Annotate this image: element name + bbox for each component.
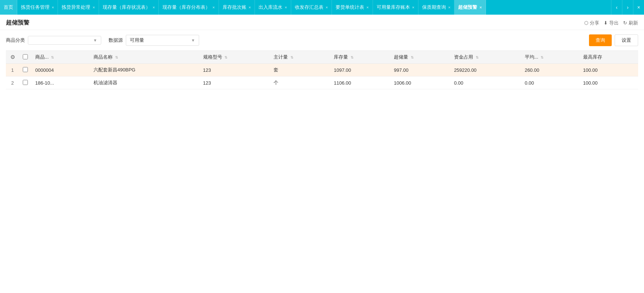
table-header-row: ⚙ 商品... ⇅ 商品名称 ⇅ 规格型号 ⇅ bbox=[6, 51, 638, 64]
nav-close-inventory-batch[interactable]: × bbox=[249, 5, 251, 10]
nav-close-overstock-warning[interactable]: × bbox=[479, 5, 482, 10]
data-table: ⚙ 商品... ⇅ 商品名称 ⇅ 规格型号 ⇅ bbox=[6, 51, 638, 89]
nav-close-inventory-status[interactable]: × bbox=[153, 5, 155, 10]
category-select[interactable]: ▼ bbox=[28, 36, 101, 45]
row-overstock-2: 1006.00 bbox=[390, 77, 450, 89]
row-select-1[interactable] bbox=[23, 67, 28, 72]
table-row[interactable]: 2 186-10... 机油滤清器 123 个 1106.00 1006.00 … bbox=[6, 77, 638, 89]
nav-close-order-stats[interactable]: × bbox=[366, 5, 369, 10]
row-capital-1: 259220.00 bbox=[450, 64, 521, 77]
table-body: 1 0000004 六配套新昌490BPG 123 套 1097.00 997.… bbox=[6, 64, 638, 89]
category-label: 商品分类 bbox=[6, 37, 25, 44]
col-header-code[interactable]: 商品... ⇅ bbox=[32, 51, 90, 64]
nav-inventory-status[interactable]: 现存量（库存状况表） × bbox=[99, 0, 159, 15]
row-select-2[interactable] bbox=[23, 80, 28, 85]
select-all-checkbox[interactable] bbox=[23, 54, 28, 59]
col-header-capital[interactable]: 资金占用 ⇅ bbox=[450, 51, 521, 64]
row-name-2: 机油滤清器 bbox=[90, 77, 200, 89]
refresh-button[interactable]: ↻ 刷新 bbox=[623, 20, 638, 26]
nav-inout-flow[interactable]: 出入库流水 × bbox=[255, 0, 291, 15]
nav-close-inventory-distribution[interactable]: × bbox=[212, 5, 215, 10]
row-num-1: 1 bbox=[6, 64, 19, 77]
col-header-maxstock[interactable]: 最高库存 bbox=[579, 51, 638, 64]
row-spec-1: 123 bbox=[200, 64, 270, 77]
col-header-checkbox bbox=[19, 51, 32, 64]
row-code-1: 0000004 bbox=[32, 64, 90, 77]
col-header-name[interactable]: 商品名称 ⇅ bbox=[90, 51, 200, 64]
nav-receipt-summary[interactable]: 收发存汇总表 × bbox=[291, 0, 332, 15]
sort-overstock-icon: ⇅ bbox=[411, 55, 414, 59]
share-button[interactable]: ⬡ 分享 bbox=[584, 20, 599, 26]
row-stock-1: 1097.00 bbox=[330, 64, 390, 77]
col-header-unit[interactable]: 主计量 ⇅ bbox=[270, 51, 330, 64]
nav-exception-handling[interactable]: 拣货异常处理 × bbox=[58, 0, 99, 15]
datasource-chevron-icon: ▼ bbox=[191, 38, 195, 42]
col-header-stock[interactable]: 库存量 ⇅ bbox=[330, 51, 390, 64]
category-chevron-icon: ▼ bbox=[93, 38, 97, 42]
page-container: 超储预警 ⬡ 分享 ⬇ 导出 ↻ 刷新 商品分类 ▼ 数据源 bbox=[0, 15, 644, 293]
nav-arrow-right[interactable]: › bbox=[622, 0, 633, 15]
sort-unit-icon: ⇅ bbox=[290, 55, 293, 59]
share-icon: ⬡ bbox=[584, 20, 588, 26]
nav-close-expiry-query[interactable]: × bbox=[448, 5, 450, 10]
row-name-1: 六配套新昌490BPG bbox=[90, 64, 200, 77]
sort-avg-icon: ⇅ bbox=[541, 55, 544, 59]
nav-close-task-management[interactable]: × bbox=[52, 5, 54, 10]
row-maxstock-1: 100.00 bbox=[579, 64, 638, 77]
datasource-value: 可用量 bbox=[130, 37, 144, 44]
datasource-label: 数据源 bbox=[109, 37, 123, 44]
refresh-icon: ↻ bbox=[623, 20, 627, 26]
col-header-overstock[interactable]: 超储量 ⇅ bbox=[390, 51, 450, 64]
row-overstock-1: 997.00 bbox=[390, 64, 450, 77]
category-filter: 商品分类 ▼ bbox=[6, 36, 101, 45]
nav-available-stock[interactable]: 可用量库存账本 × bbox=[373, 0, 418, 15]
nav-close-available-stock[interactable]: × bbox=[412, 5, 414, 10]
row-unit-2: 个 bbox=[270, 77, 330, 89]
row-stock-2: 1106.00 bbox=[330, 77, 390, 89]
row-maxstock-2: 100.00 bbox=[579, 77, 638, 89]
sort-stock-icon: ⇅ bbox=[351, 55, 354, 59]
nav-inventory-batch[interactable]: 库存批次账 × bbox=[219, 0, 255, 15]
table-row[interactable]: 1 0000004 六配套新昌490BPG 123 套 1097.00 997.… bbox=[6, 64, 638, 77]
export-button[interactable]: ⬇ 导出 bbox=[604, 20, 619, 26]
nav-arrows: ‹ › × bbox=[611, 0, 644, 15]
nav-close-receipt-summary[interactable]: × bbox=[326, 5, 328, 10]
nav-close-inout-flow[interactable]: × bbox=[285, 5, 287, 10]
nav-close-exception-handling[interactable]: × bbox=[92, 5, 95, 10]
row-checkbox-1 bbox=[19, 64, 32, 77]
settings-button[interactable]: 设置 bbox=[615, 34, 638, 46]
datasource-filter: 数据源 可用量 ▼ bbox=[109, 35, 199, 46]
col-header-spec[interactable]: 规格型号 ⇅ bbox=[200, 51, 270, 64]
nav-home[interactable]: 首页 bbox=[0, 0, 17, 15]
row-num-2: 2 bbox=[6, 77, 19, 89]
col-header-settings: ⚙ bbox=[6, 51, 19, 64]
nav-arrow-left[interactable]: ‹ bbox=[611, 0, 622, 15]
sort-code-icon: ⇅ bbox=[51, 55, 54, 59]
nav-order-stats[interactable]: 要货单统计表 × bbox=[332, 0, 373, 15]
col-header-avg[interactable]: 平均... ⇅ bbox=[521, 51, 579, 64]
row-unit-1: 套 bbox=[270, 64, 330, 77]
sort-spec-icon: ⇅ bbox=[224, 55, 227, 59]
sort-capital-icon: ⇅ bbox=[476, 55, 479, 59]
nav-expiry-query[interactable]: 保质期查询 × bbox=[418, 0, 454, 15]
row-code-2: 186-10... bbox=[32, 77, 90, 89]
header-actions: ⬡ 分享 ⬇ 导出 ↻ 刷新 bbox=[584, 20, 638, 26]
nav-inventory-distribution[interactable]: 现存量（库存分布表） × bbox=[159, 0, 219, 15]
nav-overstock-warning[interactable]: 超储预警 × bbox=[454, 0, 486, 15]
filter-area: 商品分类 ▼ 数据源 可用量 ▼ 查询 设置 bbox=[0, 30, 644, 51]
nav-task-management[interactable]: 拣货任务管理 × bbox=[17, 0, 58, 15]
row-avg-2: 0.00 bbox=[521, 77, 579, 89]
filter-buttons: 查询 设置 bbox=[589, 34, 638, 46]
row-avg-1: 260.00 bbox=[521, 64, 579, 77]
sort-name-icon: ⇅ bbox=[115, 55, 118, 59]
page-header: 超储预警 ⬡ 分享 ⬇ 导出 ↻ 刷新 bbox=[0, 15, 644, 30]
settings-gear-icon[interactable]: ⚙ bbox=[10, 54, 15, 60]
row-spec-2: 123 bbox=[200, 77, 270, 89]
table-container: ⚙ 商品... ⇅ 商品名称 ⇅ 规格型号 ⇅ bbox=[0, 51, 644, 89]
query-button[interactable]: 查询 bbox=[589, 34, 612, 46]
export-icon: ⬇ bbox=[604, 20, 608, 26]
datasource-select[interactable]: 可用量 ▼ bbox=[126, 35, 199, 46]
nav-arrow-close-all[interactable]: × bbox=[633, 0, 644, 15]
page-title: 超储预警 bbox=[6, 19, 29, 27]
row-checkbox-2 bbox=[19, 77, 32, 89]
